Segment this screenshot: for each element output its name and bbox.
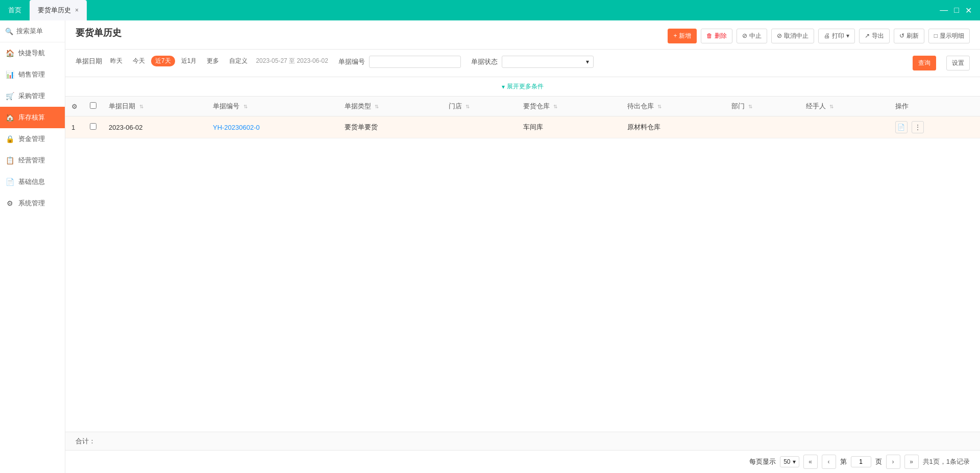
- print-icon: 🖨: [824, 32, 830, 39]
- show-detail-button[interactable]: □ 显示明细: [928, 29, 970, 43]
- export-button[interactable]: ↗ 导出: [859, 29, 890, 43]
- expand-icon: ▾: [502, 83, 505, 90]
- lock-icon: 🔒: [5, 135, 14, 143]
- main-content: 要货单历史 + 新增 🗑 删除 ⊘ 中止: [65, 20, 980, 473]
- sort-docno-icon[interactable]: ⇅: [243, 104, 248, 109]
- sort-doctype-icon[interactable]: ⇅: [375, 104, 379, 109]
- prev-page-button[interactable]: ‹: [822, 455, 836, 469]
- query-button[interactable]: 查询: [913, 56, 936, 70]
- col-dept: 部门 ⇅: [725, 97, 800, 116]
- minimize-icon[interactable]: —: [940, 6, 948, 15]
- page-prefix: 第: [840, 457, 847, 466]
- sort-store-icon[interactable]: ⇅: [465, 104, 470, 109]
- table-area: ⚙ 单据日期 ⇅ 单据编号 ⇅ 单据类型 ⇅ 门店 ⇅ 要货仓库 ⇅: [65, 97, 980, 432]
- col-settings: ⚙: [65, 97, 84, 116]
- shortcut-custom[interactable]: 自定义: [225, 56, 252, 66]
- shortcut-yesterday[interactable]: 昨天: [106, 56, 127, 66]
- maximize-icon[interactable]: □: [954, 6, 959, 15]
- tab-history[interactable]: 要货单历史 ×: [30, 0, 87, 20]
- date-shortcuts: 昨天 今天 近7天 近1月 更多 自定义: [106, 56, 252, 66]
- window-controls: — □ ✕: [940, 6, 980, 15]
- docno-input[interactable]: [369, 56, 461, 68]
- sidebar-search[interactable]: 🔍 搜索菜单: [0, 20, 65, 42]
- last-page-button[interactable]: »: [904, 455, 919, 469]
- page-title: 要货单历史: [76, 27, 121, 39]
- cancel-stop-button[interactable]: ⊘ 取消中止: [771, 29, 814, 43]
- row-docno: YH-20230602-0: [207, 116, 338, 138]
- toolbar: + 新增 🗑 删除 ⊘ 中止 ⊘ 取消中止: [668, 29, 970, 43]
- refresh-icon: ↺: [899, 32, 904, 39]
- plus-icon: +: [673, 32, 677, 39]
- footer-total-bar: 合计：: [65, 432, 980, 450]
- sort-req-warehouse-icon[interactable]: ⇅: [553, 104, 557, 109]
- docno-filter-group: 单据编号: [338, 56, 461, 68]
- delete-button[interactable]: 🗑 删除: [701, 29, 732, 43]
- stop-button[interactable]: ⊘ 中止: [737, 29, 767, 43]
- refresh-button[interactable]: ↺ 刷新: [894, 29, 924, 43]
- row-req-warehouse: 车间库: [517, 116, 621, 138]
- next-page-button[interactable]: ›: [886, 455, 900, 469]
- top-bar: 首页 要货单历史 × — □ ✕: [0, 0, 980, 20]
- per-page-select[interactable]: 50 ▾: [780, 456, 799, 467]
- gear-icon: ⚙: [5, 199, 14, 207]
- new-button[interactable]: + 新增: [668, 29, 697, 43]
- settings-button[interactable]: 设置: [946, 56, 970, 70]
- total-pages-info: 共1页，1条记录: [923, 457, 970, 466]
- document-icon: 📄: [5, 178, 14, 186]
- sidebar-item-system[interactable]: ⚙ 系统管理: [0, 193, 65, 214]
- row-date: 2023-06-02: [103, 116, 207, 138]
- chart-icon: 📊: [5, 70, 14, 79]
- sort-date-icon[interactable]: ⇅: [139, 104, 143, 109]
- shortcut-1month[interactable]: 近1月: [177, 56, 201, 66]
- first-page-button[interactable]: «: [803, 455, 818, 469]
- close-tab-icon[interactable]: ×: [75, 7, 79, 14]
- row-more-icon[interactable]: ⋮: [912, 121, 924, 133]
- sidebar-item-finance[interactable]: 🔒 资金管理: [0, 128, 65, 150]
- sort-pending-warehouse-icon[interactable]: ⇅: [657, 104, 662, 109]
- col-docno: 单据编号 ⇅: [207, 97, 338, 116]
- home-icon: 🏠: [5, 49, 14, 57]
- select-all-checkbox[interactable]: [90, 102, 96, 109]
- sidebar-item-purchase[interactable]: 🛒 采购管理: [0, 85, 65, 107]
- data-table: ⚙ 单据日期 ⇅ 单据编号 ⇅ 单据类型 ⇅ 门店 ⇅ 要货仓库 ⇅: [65, 97, 980, 138]
- delete-icon: 🗑: [706, 32, 713, 39]
- pagination-bar: 每页显示 50 ▾ « ‹ 第 页 › » 共1页，1条记录: [65, 450, 980, 473]
- settings-col-icon[interactable]: ⚙: [71, 103, 78, 110]
- sort-handler-icon[interactable]: ⇅: [829, 104, 834, 109]
- sidebar-item-shortcut[interactable]: 🏠 快捷导航: [0, 42, 65, 64]
- page-number-input[interactable]: [851, 456, 871, 467]
- search-icon: 🔍: [5, 28, 13, 35]
- cancel-icon: ⊘: [777, 32, 782, 39]
- sidebar-item-inventory[interactable]: 🏠 库存核算: [0, 107, 65, 128]
- chevron-down-icon: ▾: [793, 458, 796, 465]
- shortcut-7days[interactable]: 近7天: [151, 56, 175, 66]
- detail-icon: □: [934, 32, 938, 39]
- sort-dept-icon[interactable]: ⇅: [748, 104, 752, 109]
- sidebar-item-sales[interactable]: 📊 销售管理: [0, 64, 65, 85]
- table-row: 1 2023-06-02 YH-20230602-0 要货单要货: [65, 116, 980, 138]
- row-pending-warehouse: 原材料仓库: [621, 116, 725, 138]
- row-select-checkbox[interactable]: [90, 123, 96, 130]
- filter-bar: 单据日期 昨天 今天 近7天 近1月 更多 自定义 2023-05-27 至 2…: [65, 50, 980, 77]
- close-window-icon[interactable]: ✕: [965, 6, 972, 15]
- stop-icon: ⊘: [742, 32, 747, 39]
- tab-home[interactable]: 首页: [0, 0, 30, 20]
- chevron-down-icon: ▾: [586, 58, 589, 65]
- sidebar-item-basic[interactable]: 📄 基础信息: [0, 171, 65, 193]
- status-select[interactable]: ▾: [502, 56, 594, 68]
- col-pending-warehouse: 待出仓库 ⇅: [621, 97, 725, 116]
- row-doctype: 要货单要货: [338, 116, 443, 138]
- col-doctype: 单据类型 ⇅: [338, 97, 443, 116]
- status-filter-group: 单据状态 ▾: [471, 56, 594, 68]
- shortcut-today[interactable]: 今天: [129, 56, 149, 66]
- sidebar-item-operations[interactable]: 📋 经营管理: [0, 150, 65, 171]
- date-range-display: 2023-05-27 至 2023-06-02: [256, 57, 328, 65]
- print-button[interactable]: 🖨 打印 ▾: [818, 29, 854, 43]
- col-checkbox: [84, 97, 103, 116]
- expand-filter-button[interactable]: ▾ 展开更多条件: [498, 80, 548, 93]
- row-view-icon[interactable]: 📄: [895, 121, 908, 133]
- shortcut-more[interactable]: 更多: [203, 56, 223, 66]
- docno-link[interactable]: YH-20230602-0: [213, 124, 260, 131]
- row-ops: 📄 ⋮: [889, 116, 980, 138]
- row-index: 1: [65, 116, 84, 138]
